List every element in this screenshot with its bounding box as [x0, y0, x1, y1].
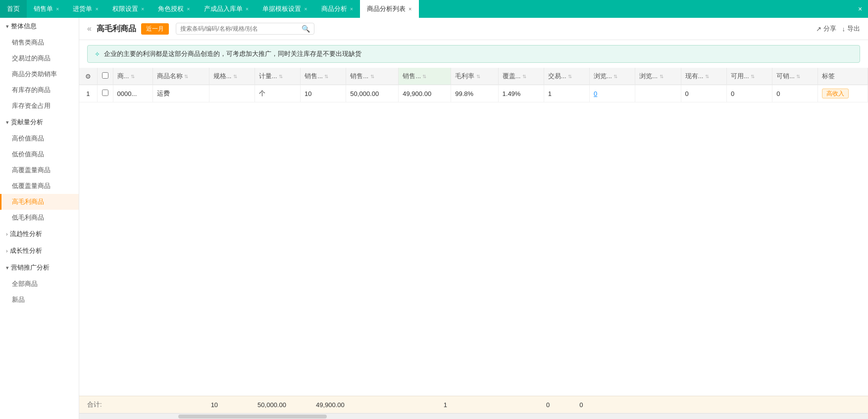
sidebar-item-traded-goods[interactable]: 交易过的商品 [0, 50, 79, 66]
export-button[interactable]: ↓ 导出 [842, 24, 861, 33]
nav-close-permission[interactable]: × [141, 6, 144, 12]
top-nav: 首页 销售单 × 进货单 × 权限设置 × 角色授权 × 产成品入库单 × 单据… [0, 0, 868, 18]
sidebar-group-trend[interactable]: › 流趋性分析 [0, 226, 79, 242]
sort-icon-transaction: ⇅ [568, 74, 572, 79]
footer-sales3: 49,900.00 [316, 401, 345, 409]
cell-stock: 0 [681, 85, 726, 102]
sidebar-item-sales-goods[interactable]: 销售类商品 [0, 35, 79, 50]
row-checkbox[interactable] [102, 90, 108, 96]
sidebar-item-low-value[interactable]: 低价值商品 [0, 146, 79, 162]
sidebar-arrow-growth: › [6, 248, 8, 254]
sort-icon-available: ⇅ [751, 74, 755, 79]
footer-label: 合计: [87, 400, 102, 409]
share-icon: ↗ [816, 25, 821, 33]
share-button[interactable]: ↗ 分享 [816, 24, 836, 33]
col-browse2[interactable]: 浏览... ⇅ [635, 68, 681, 85]
nav-role-auth[interactable]: 角色授权 × [151, 0, 197, 18]
col-name[interactable]: 商品名称 ⇅ [153, 68, 209, 85]
col-transaction[interactable]: 交易... ⇅ [544, 68, 589, 85]
nav-close-analysis-list[interactable]: × [408, 6, 411, 12]
table-wrapper[interactable]: ⚙ 商... ⇅ 商品名称 ⇅ [79, 68, 868, 396]
cell-profit-rate: 99.8% [451, 85, 498, 102]
sidebar-group-marketing[interactable]: ▾ 营销推广分析 [0, 259, 79, 276]
cell-sales3: 49,900.00 [399, 85, 451, 102]
sidebar-item-low-coverage[interactable]: 低覆盖量商品 [0, 178, 79, 194]
cell-sellable: 0 [772, 85, 818, 102]
sidebar-group-growth[interactable]: › 成长性分析 [0, 242, 79, 259]
sidebar-item-in-stock[interactable]: 有库存的商品 [0, 82, 79, 98]
search-input[interactable] [180, 25, 302, 32]
col-coverage[interactable]: 覆盖... ⇅ [498, 68, 544, 85]
sort-icon-sales2: ⇅ [370, 74, 374, 79]
info-icon: ✧ [95, 50, 100, 58]
nav-permission-settings[interactable]: 权限设置 × [105, 0, 151, 18]
sidebar-group-contribution[interactable]: ▾ 贡献量分析 [0, 114, 79, 131]
sort-icon-code: ⇅ [131, 74, 135, 79]
select-all-checkbox[interactable] [102, 72, 108, 79]
col-unit[interactable]: 计量... ⇅ [255, 68, 300, 85]
footer-transaction: 1 [444, 401, 447, 409]
footer-available: 0 [579, 401, 583, 409]
col-sellable[interactable]: 可销... ⇅ [772, 68, 818, 85]
nav-product-analysis-list[interactable]: 商品分析列表 × [360, 0, 418, 18]
sidebar-item-high-margin[interactable]: 高毛利商品 [0, 194, 79, 210]
nav-close-purchase[interactable]: × [95, 6, 98, 12]
nav-purchase-order[interactable]: 进货单 × [66, 0, 105, 18]
sidebar-item-high-coverage[interactable]: 高覆盖量商品 [0, 162, 79, 178]
date-filter-button[interactable]: 近一月 [141, 23, 169, 35]
nav-close-sales[interactable]: × [56, 6, 59, 12]
sidebar-item-all-goods[interactable]: 全部商品 [0, 276, 79, 292]
footer-sales2: 50,000.00 [257, 401, 286, 409]
col-sales1[interactable]: 销售... ⇅ [301, 68, 346, 85]
data-table: ⚙ 商... ⇅ 商品名称 ⇅ [79, 68, 868, 102]
window-close-icon[interactable]: × [856, 5, 864, 13]
table-row: 1 0000... 运费 个 10 50,000.00 49,900.00 99… [79, 85, 868, 102]
col-available[interactable]: 可用... ⇅ [726, 68, 772, 85]
cell-available: 0 [726, 85, 772, 102]
nav-close-role[interactable]: × [187, 6, 190, 12]
settings-icon[interactable]: ⚙ [85, 73, 91, 80]
col-sales2[interactable]: 销售... ⇅ [346, 68, 399, 85]
col-sales3[interactable]: 销售... ⇅ [399, 68, 451, 85]
scroll-track[interactable] [178, 415, 327, 419]
col-tag: 标签 [818, 68, 868, 85]
cell-sales1: 10 [301, 85, 346, 102]
content-area: « 高毛利商品 近一月 🔍 ↗ 分享 ↓ 导出 ✧ 企业的主要的利润都是这部 [79, 18, 868, 419]
nav-home[interactable]: 首页 [0, 0, 27, 18]
nav-close-analysis[interactable]: × [350, 6, 353, 12]
sidebar-item-category-assist[interactable]: 商品分类助销率 [0, 66, 79, 82]
nav-template-settings[interactable]: 单据模板设置 × [255, 0, 314, 18]
header-actions: ↗ 分享 ↓ 导出 [816, 24, 861, 33]
cell-tag: 高收入 [818, 85, 868, 102]
search-icon[interactable]: 🔍 [302, 25, 310, 33]
cell-code[interactable]: 0000... [113, 85, 153, 102]
sidebar-item-low-margin[interactable]: 低毛利商品 [0, 210, 79, 226]
sort-icon-browse1: ⇅ [613, 74, 617, 79]
nav-product-analysis[interactable]: 商品分析 × [314, 0, 360, 18]
sidebar-group-overall[interactable]: ▾ 整体信息 [0, 18, 79, 35]
col-code[interactable]: 商... ⇅ [113, 68, 153, 85]
sidebar-collapse-button[interactable]: « [87, 24, 92, 33]
col-stock[interactable]: 现有... ⇅ [681, 68, 726, 85]
sort-icon-browse2: ⇅ [660, 74, 664, 79]
cell-browse2 [635, 85, 681, 102]
col-browse1[interactable]: 浏览... ⇅ [590, 68, 635, 85]
nav-close-product-stock[interactable]: × [246, 6, 249, 12]
cell-unit: 个 [255, 85, 300, 102]
content-header: « 高毛利商品 近一月 🔍 ↗ 分享 ↓ 导出 [79, 18, 868, 40]
sidebar-item-stock-capital[interactable]: 库存资金占用 [0, 98, 79, 114]
cell-browse1[interactable]: 0 [590, 85, 635, 102]
cell-checkbox [97, 85, 113, 102]
nav-close-template[interactable]: × [304, 6, 307, 12]
cell-name: 运费 [153, 85, 209, 102]
sort-icon-profit: ⇅ [476, 74, 480, 79]
nav-sales-order[interactable]: 销售单 × [27, 0, 66, 18]
col-spec[interactable]: 规格... ⇅ [209, 68, 255, 85]
bottom-scrollbar[interactable] [79, 413, 868, 419]
export-icon: ↓ [842, 25, 846, 33]
sidebar-item-high-value[interactable]: 高价值商品 [0, 131, 79, 146]
sidebar-item-new-goods[interactable]: 新品 [0, 292, 79, 308]
col-profit-rate[interactable]: 毛利率 ⇅ [451, 68, 498, 85]
nav-product-stock[interactable]: 产成品入库单 × [197, 0, 255, 18]
sort-icon-unit: ⇅ [279, 74, 283, 79]
